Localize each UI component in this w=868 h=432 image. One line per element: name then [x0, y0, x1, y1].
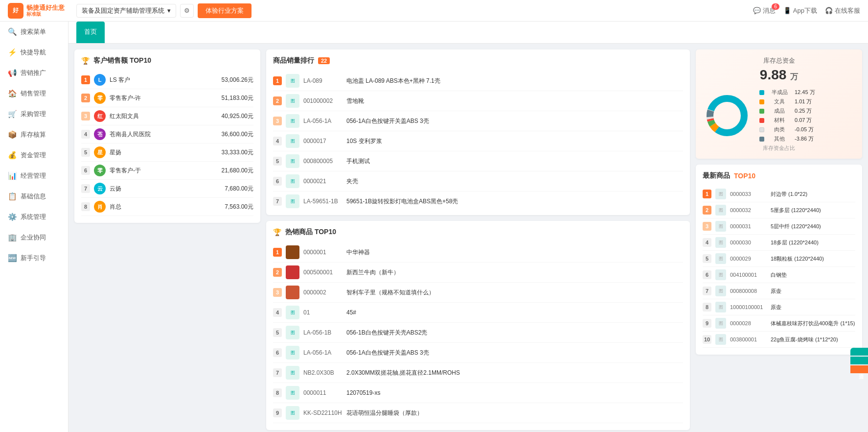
legend-dot — [759, 99, 764, 104]
content-body: 🏆 客户销售额 TOP10 1 L LS 客户 53,006.26元 2 零 零… — [69, 44, 868, 432]
new-products-card: 最新商品 TOP10 1 图 0000033 封边带 (1.0*22) 2 图 … — [696, 165, 862, 355]
new-products-list: 1 图 0000033 封边带 (1.0*22) 2 图 0000032 5厘多… — [703, 186, 855, 348]
product-thumb: 图 — [715, 221, 726, 232]
sidebar-item-search[interactable]: 🔍 搜索菜单 — [0, 22, 68, 42]
rank-number: 6 — [703, 270, 711, 279]
sidebar-item-system[interactable]: ⚙️ 系统管理 — [0, 207, 68, 227]
hot-products-card: 🏆 热销商品 TOP10 1 0000001 中华神器 2 000500001 … — [266, 221, 690, 430]
customer-name: 肖总 — [110, 203, 221, 211]
system-selector[interactable]: 装备及固定资产辅助管理系统 ▾ — [76, 4, 176, 18]
legend-dot — [759, 90, 764, 95]
hot-products-list: 1 0000001 中华神器 2 000500001 新西兰牛肉（新牛） 3 0… — [273, 242, 683, 423]
right-panel: 库存总资金 9.88 万 — [696, 49, 862, 430]
product-name: 夹壳 — [346, 177, 683, 186]
product-thumb: 图 — [286, 194, 299, 208]
rank-number: 1 — [81, 75, 90, 84]
rank-number: 6 — [273, 348, 282, 357]
inventory-ratio-label: 库存资金占比 — [703, 144, 855, 152]
product-thumb: 图 — [286, 154, 299, 168]
product-name: 10S 变利罗浆 — [346, 137, 683, 145]
new-products-badge: TOP10 — [734, 172, 755, 180]
sidebar-item-purchase[interactable]: 🛒 采购管理 — [0, 104, 68, 124]
list-item: 7 图 LA-59651-1B 59651-1B旋转投影灯电池盒ABS黑色+58… — [273, 192, 683, 208]
sidebar-item-sales[interactable]: 🏠 销售管理 — [0, 83, 68, 104]
product-name: 056-1A白色按键开关盖ABS 3壳 — [346, 349, 683, 357]
gear-button[interactable]: ⚙ — [180, 4, 194, 18]
legend-dot — [759, 109, 764, 114]
rank-number: 6 — [81, 166, 90, 175]
rank-number: 7 — [81, 184, 90, 193]
rank-number: 4 — [273, 137, 282, 145]
logo-icon: 好 — [8, 3, 23, 19]
list-item: 1 图 LA-089 电池盖 LA-089 ABS本色+黑种 7.1壳 — [273, 71, 683, 91]
trial-button[interactable]: 体验行业方案 — [198, 3, 251, 18]
customer-amount: 53,006.26元 — [222, 76, 253, 84]
product-thumb: 图 — [286, 134, 299, 148]
search-icon: 🔍 — [8, 27, 17, 36]
customer-list: 1 L LS 客户 53,006.26元 2 零 零售客户-许 51,183.0… — [81, 71, 253, 216]
app-download-button[interactable]: 📱 App下载 — [783, 6, 817, 15]
product-name: 原壶 — [771, 288, 855, 295]
product-thumb: 图 — [286, 74, 299, 88]
system-icon: ⚙️ — [8, 213, 17, 221]
sidebar-label-operation: 经营管理 — [21, 171, 46, 180]
product-thumb: 图 — [286, 346, 299, 360]
product-code: 0000030 — [730, 240, 767, 245]
legend-finished: 成品 0.25 万 — [759, 107, 815, 115]
sidebar-item-company[interactable]: 🏢 企业协同 — [0, 227, 68, 248]
list-item: 1 L LS 客户 53,006.26元 — [81, 71, 253, 89]
list-item: 3 红 红太阳文具 40,925.00元 — [81, 107, 253, 125]
product-name: 手机测试 — [346, 157, 683, 166]
customer-top10-title: 🏆 客户销售额 TOP10 — [81, 56, 253, 65]
product-name: 白钢垫 — [771, 271, 855, 279]
rank-number: 5 — [703, 254, 711, 263]
notification-button[interactable]: 💬 消息 6 — [753, 6, 776, 15]
sidebar-label-company: 企业协同 — [21, 233, 46, 242]
product-name: 2.0X30MM双搓花轴,搓花直径2.1MM/ROHS — [346, 369, 683, 377]
avatar: 肖 — [94, 201, 106, 213]
sidebar-item-marketing[interactable]: 📢 营销推广 — [0, 63, 68, 83]
sidebar-item-operation[interactable]: 📊 经营管理 — [0, 166, 68, 186]
community-button[interactable]: 服务社区 — [850, 357, 868, 364]
rank-number: 3 — [273, 288, 282, 297]
legend-dot — [759, 127, 764, 132]
product-name: 雪地靴 — [346, 97, 683, 105]
rank-number: 4 — [81, 130, 90, 139]
sidebar-item-guide[interactable]: 🆕 新手引导 — [0, 248, 68, 268]
sidebar-item-base[interactable]: 📋 基础信息 — [0, 186, 68, 207]
product-thumb: 图 — [715, 189, 726, 199]
product-name: 体械嘉枝味苏打饮品400毫升 (1*15) — [771, 320, 855, 327]
product-thumb: 图 — [286, 366, 299, 380]
customer-name: LS 客户 — [110, 76, 218, 84]
sidebar-item-nav[interactable]: ⚡ 快捷导航 — [0, 42, 68, 63]
product-code: LA-056-1B — [303, 329, 343, 336]
main-content: 首页 🏆 客户销售额 TOP10 1 L LS 客户 53,006.26元 2 … — [69, 22, 868, 432]
product-code: 0000033 — [730, 191, 767, 197]
rank-number: 5 — [273, 328, 282, 337]
headset-icon: 🎧 — [825, 7, 833, 14]
rank-number: 4 — [273, 308, 282, 317]
list-item: 9 图 KK-SD22110H 花语萌恒温分腿睡袋（厚款） — [273, 403, 683, 423]
product-thumb — [286, 286, 299, 299]
product-name: 花语萌恒温分腿睡袋（厚款） — [346, 409, 683, 417]
tab-home[interactable]: 首页 — [76, 22, 105, 43]
sidebar-label-base: 基础信息 — [21, 192, 46, 201]
legend-other: 其他 -3.86 万 — [759, 135, 815, 143]
list-item: 5 图 0000029 18颗粒板 (1220*2440) — [703, 251, 855, 267]
online-service-button[interactable]: 🎧 在线客服 — [825, 6, 860, 15]
product-thumb: 图 — [286, 94, 299, 108]
sidebar-label-search: 搜索菜单 — [21, 27, 46, 36]
product-code: 0000029 — [730, 256, 767, 262]
customer-name: 零售客户-于 — [110, 167, 218, 175]
sidebar-item-finance[interactable]: 💰 资金管理 — [0, 145, 68, 166]
rank-number: 7 — [703, 287, 711, 295]
rank-number: 6 — [273, 177, 282, 186]
logo-main: 畅捷通好生意 — [26, 4, 65, 12]
list-item: 5 图 LA-056-1B 056-1B白色按键开关壳ABS2壳 — [273, 323, 683, 343]
sidebar-item-inventory[interactable]: 📦 库存核算 — [0, 124, 68, 145]
live-button[interactable]: 直播 — [850, 365, 868, 373]
customer-amount: 7,680.00元 — [225, 185, 253, 193]
product-name: 原壶 — [771, 304, 855, 311]
hotline-button[interactable]: 客服热线 — [850, 348, 868, 356]
topbar: 好 畅捷通好生意 标准版 装备及固定资产辅助管理系统 ▾ ⚙ 体验行业方案 💬 … — [0, 0, 868, 22]
